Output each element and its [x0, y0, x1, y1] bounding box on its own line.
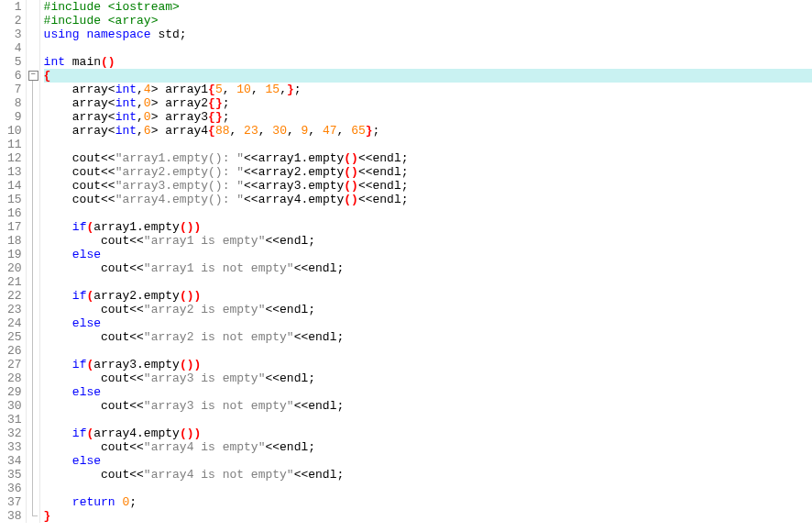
token-br: ()) — [180, 358, 201, 371]
token-id: <<endl; — [265, 371, 315, 385]
code-line[interactable] — [44, 344, 812, 358]
fold-column[interactable]: − — [27, 0, 40, 523]
code-line[interactable]: #include <iostream> — [44, 0, 812, 14]
token-num: 88 — [215, 124, 230, 138]
line-number: 21 — [7, 275, 22, 289]
token-id: <<endl; — [358, 179, 409, 193]
token-id: > array2 — [151, 96, 208, 110]
token-kw: int — [115, 110, 137, 124]
code-line[interactable]: if(array2.empty()) — [44, 289, 812, 303]
code-line[interactable]: cout<<"array1 is empty"<<endl; — [44, 234, 812, 248]
token-kw: return — [72, 495, 115, 509]
token-pp: #include <iostream> — [44, 0, 180, 14]
code-line[interactable] — [44, 275, 812, 289]
fold-toggle-icon[interactable]: − — [28, 71, 38, 81]
code-line[interactable]: if(array1.empty()) — [44, 220, 812, 234]
code-line[interactable]: cout<<"array3 is empty"<<endl; — [44, 371, 812, 385]
token-id: ; — [223, 110, 230, 124]
code-line[interactable]: cout<<"array3.empty(): "<<array3.empty()… — [44, 179, 812, 193]
token-id: ; — [223, 96, 230, 110]
token-id: cout<< — [44, 371, 144, 385]
code-line[interactable]: using namespace std; — [44, 28, 812, 41]
token-str: "array4 is not empty" — [144, 468, 294, 482]
token-br: ()) — [180, 427, 201, 440]
token-id: , — [230, 124, 245, 138]
code-line[interactable]: #include <array> — [44, 14, 812, 28]
code-line[interactable]: array<int,6> array4{88, 23, 30, 9, 47, 6… — [44, 124, 812, 138]
token-kw: else — [72, 454, 101, 468]
code-line[interactable]: cout<<"array2 is not empty"<<endl; — [44, 330, 812, 344]
token-br: } — [287, 83, 294, 96]
token-id: > array3 — [151, 110, 208, 124]
code-line[interactable]: cout<<"array1 is not empty"<<endl; — [44, 261, 812, 275]
code-line[interactable]: if(array4.empty()) — [44, 427, 812, 440]
token-str: "array2.empty(): " — [115, 165, 244, 179]
token-str: "array4 is empty" — [144, 440, 266, 454]
code-line[interactable]: return 0; — [44, 495, 812, 509]
line-number: 33 — [7, 440, 22, 454]
code-line[interactable] — [44, 482, 812, 495]
line-number: 38 — [7, 509, 22, 523]
token-id: , — [251, 83, 266, 96]
code-line[interactable]: cout<<"array2.empty(): "<<array2.empty()… — [44, 165, 812, 179]
token-br: ()) — [180, 220, 201, 234]
token-br: () — [101, 55, 115, 69]
line-number: 9 — [7, 110, 22, 124]
line-number: 5 — [7, 55, 22, 69]
code-line[interactable]: } — [44, 509, 812, 523]
token-br: {} — [208, 110, 223, 124]
token-id: cout<< — [44, 151, 115, 165]
code-line[interactable] — [44, 206, 812, 220]
code-line[interactable]: cout<<"array4.empty(): "<<array4.empty()… — [44, 193, 812, 206]
line-number: 26 — [7, 344, 22, 358]
token-kw: int — [44, 55, 65, 69]
token-id: , — [308, 124, 323, 138]
line-number: 32 — [7, 427, 22, 440]
token-str: "array3 is empty" — [144, 371, 266, 385]
line-number: 4 — [7, 41, 22, 55]
token-str: "array4.empty(): " — [115, 193, 244, 206]
code-line[interactable]: cout<<"array3 is not empty"<<endl; — [44, 399, 812, 413]
code-line[interactable]: array<int,0> array2{}; — [44, 96, 812, 110]
token-kw: int — [115, 83, 137, 96]
token-id: array1.empty — [93, 220, 180, 234]
code-line[interactable]: else — [44, 316, 812, 330]
code-line[interactable]: { — [44, 69, 812, 83]
token-id: <<endl; — [358, 165, 409, 179]
code-line[interactable] — [44, 41, 812, 55]
code-line[interactable]: array<int,4> array1{5, 10, 15,}; — [44, 83, 812, 96]
token-id — [44, 454, 72, 468]
token-kw: int — [115, 96, 137, 110]
token-id: , — [287, 124, 302, 138]
token-id: array< — [44, 96, 115, 110]
line-number: 31 — [7, 413, 22, 427]
code-line[interactable]: cout<<"array2 is empty"<<endl; — [44, 303, 812, 316]
token-id: <<endl; — [265, 440, 315, 454]
token-id: cout<< — [44, 261, 144, 275]
code-line[interactable]: array<int,0> array3{}; — [44, 110, 812, 124]
token-id: cout<< — [44, 165, 115, 179]
token-id: , — [137, 96, 144, 110]
code-line[interactable]: cout<<"array4 is not empty"<<endl; — [44, 468, 812, 482]
token-br: () — [344, 165, 358, 179]
code-line[interactable]: else — [44, 454, 812, 468]
code-line[interactable] — [44, 138, 812, 151]
code-line[interactable]: cout<<"array4 is empty"<<endl; — [44, 440, 812, 454]
code-line[interactable]: int main() — [44, 55, 812, 69]
code-line[interactable]: cout<<"array1.empty(): "<<array1.empty()… — [44, 151, 812, 165]
token-id — [44, 385, 72, 399]
line-number: 18 — [7, 234, 22, 248]
token-id: <<array1.empty — [244, 151, 344, 165]
code-line[interactable] — [44, 413, 812, 427]
token-id: <<endl; — [265, 234, 315, 248]
token-num: 23 — [244, 124, 258, 138]
code-line[interactable]: else — [44, 385, 812, 399]
code-line[interactable]: else — [44, 248, 812, 261]
token-id: cout<< — [44, 234, 144, 248]
code-area[interactable]: #include <iostream>#include <array>using… — [40, 0, 812, 523]
token-num: 5 — [215, 83, 223, 96]
code-line[interactable]: if(array3.empty()) — [44, 358, 812, 371]
token-id: cout<< — [44, 179, 115, 193]
token-id: <<endl; — [358, 151, 409, 165]
token-kw: if — [72, 289, 87, 303]
